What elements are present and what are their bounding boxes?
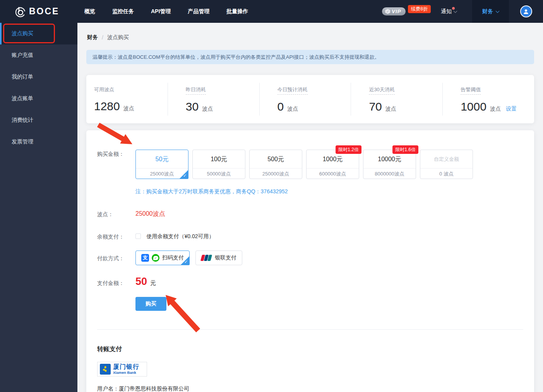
amount-options: 50元 25000波点 ✓ 100元 50000波点 500元 250000波点…: [135, 150, 473, 179]
points-value: 25000波点: [135, 210, 165, 218]
sidebar: 波点购买 账户充值 我的订单 波点账单 消费统计 发票管理: [0, 23, 77, 392]
pay-amount-value: 50: [135, 276, 147, 288]
points-label: 波点：: [97, 210, 135, 218]
stat-label: 今日预计消耗: [277, 86, 308, 95]
amount-label: 购买金额：: [97, 150, 135, 179]
limited-time-badge: 限时1.2倍: [336, 145, 361, 154]
sidebar-item-my-orders[interactable]: 我的订单: [0, 66, 77, 88]
stat-unit: 波点: [287, 106, 298, 112]
amount-row: 购买金额： 50元 25000波点 ✓ 100元 50000波点 500元 25…: [97, 150, 523, 179]
xiamen-bank-logo: 厦门银行 Xiamen Bank: [97, 362, 147, 377]
sidebar-item-label: 波点账单: [12, 95, 33, 102]
pay-amount-unit: 元: [150, 280, 156, 287]
nav-item-product-management[interactable]: 产品管理: [188, 8, 209, 15]
amount-option-100[interactable]: 100元 50000波点: [192, 150, 245, 179]
payment-option-unionpay[interactable]: 银联支付: [195, 251, 242, 265]
stat-yesterday-consumption: 昨日消耗 30 波点: [168, 83, 259, 116]
user-avatar[interactable]: [520, 5, 532, 17]
payment-option-qrcode[interactable]: 支 ✓ 扫码支付 ✓: [135, 251, 190, 265]
option-points: 600000波点: [307, 168, 359, 179]
avatar-area: [509, 5, 543, 17]
info-banner: 温馨提示：波点是BOCE.COM平台的结算单位，波点用于购买平台内的各类监控产品…: [86, 50, 534, 64]
balance-row: 余额支付： 使用余额支付（¥0.02可用）: [97, 232, 523, 240]
transfer-account-name: 用户名：厦门帝恩思科技股份有限公司: [97, 385, 523, 392]
sidebar-item-label: 消费统计: [12, 117, 33, 124]
unionpay-icon: [200, 255, 212, 261]
user-icon: [522, 8, 529, 15]
renew-discount-badge[interactable]: 续费8折: [408, 5, 431, 13]
payment-option-label: 银联支付: [215, 254, 236, 261]
main-nav: 概览 监控任务 API管理 产品管理 批量操作: [84, 8, 248, 15]
stat-unit: 波点: [385, 106, 396, 112]
breadcrumb-separator: /: [102, 34, 103, 41]
chevron-down-icon: [496, 9, 500, 13]
bank-name-cn: 厦门银行: [113, 364, 139, 370]
breadcrumb: 财务 / 波点购买: [87, 34, 534, 41]
balance-checkbox-label[interactable]: 使用余额支付（¥0.02可用）: [146, 233, 214, 239]
vip-label: VIP: [392, 9, 401, 14]
bank-logo-icon: [100, 364, 111, 375]
option-price: 100元: [193, 150, 245, 168]
brand-logo[interactable]: BOCE: [0, 6, 77, 17]
amount-option-1000[interactable]: 限时1.2倍 1000元 600000波点: [306, 150, 359, 179]
stat-value: 1280: [94, 100, 120, 113]
transfer-payment-title: 转账支付: [97, 345, 523, 353]
nav-item-api-management[interactable]: API管理: [151, 8, 171, 15]
selected-check-icon: ✓: [179, 170, 188, 179]
stat-value: 70: [369, 100, 382, 113]
balance-label: 余额支付：: [97, 232, 135, 240]
option-points: 8000000波点: [363, 168, 416, 179]
amount-option-10000[interactable]: 限时1.6倍 10000元 8000000波点: [363, 150, 416, 179]
stat-value: 30: [186, 100, 199, 113]
bank-name-en: Xiamen Bank: [113, 371, 139, 375]
buy-button[interactable]: 购买: [135, 297, 166, 311]
option-points: 0 波点: [420, 168, 473, 179]
vip-badge[interactable]: ✓ VIP 续费8折: [382, 7, 431, 15]
purchase-form-card: 购买金额： 50元 25000波点 ✓ 100元 50000波点 500元 25…: [86, 130, 534, 392]
brand-name: BOCE: [29, 6, 59, 17]
amount-option-custom[interactable]: 自定义金额 0 波点: [420, 150, 473, 179]
notifications-menu[interactable]: 通知: [441, 8, 457, 15]
stat-today-estimated-consumption: 今日预计消耗 0 波点: [259, 83, 351, 116]
sidebar-item-label: 发票管理: [12, 138, 33, 145]
option-price: 50元: [136, 150, 188, 168]
stat-30day-consumption: 近30天消耗 70 波点: [351, 83, 442, 116]
amount-option-50[interactable]: 50元 25000波点 ✓: [135, 150, 188, 179]
selected-check-icon: ✓: [180, 256, 190, 265]
option-points: 250000波点: [250, 168, 302, 179]
limited-time-badge: 限时1.6倍: [392, 145, 418, 154]
threshold-settings-link[interactable]: 设置: [506, 106, 517, 112]
breadcrumb-page: 波点购买: [107, 34, 129, 41]
stat-value: 1000: [461, 100, 486, 113]
amount-option-500[interactable]: 500元 250000波点: [249, 150, 302, 179]
finance-menu[interactable]: 财务: [472, 0, 509, 23]
sidebar-item-point-bills[interactable]: 波点账单: [0, 88, 77, 109]
custom-amount-placeholder: 自定义金额: [420, 150, 473, 168]
nav-item-overview[interactable]: 概览: [84, 8, 95, 15]
nav-item-monitor-tasks[interactable]: 监控任务: [112, 8, 134, 15]
option-points: 50000波点: [193, 168, 245, 179]
balance-checkbox[interactable]: [135, 233, 141, 239]
stats-card: 可用波点 1280 波点 昨日消耗 30 波点 今日预计消耗 0 波点 近30天…: [86, 75, 534, 123]
account-name-label: 用户名：: [97, 385, 119, 392]
sidebar-item-account-recharge[interactable]: 账户充值: [0, 44, 77, 66]
points-row: 波点： 25000波点: [97, 210, 523, 218]
finance-menu-label: 财务: [482, 8, 493, 15]
stat-label: 告警阈值: [461, 86, 481, 95]
sidebar-item-point-purchase[interactable]: 波点购买: [0, 23, 77, 44]
payment-label: 付款方式：: [97, 254, 135, 262]
stat-unit: 波点: [202, 106, 213, 112]
nav-item-batch-operations[interactable]: 批量操作: [226, 8, 248, 15]
section-divider: [97, 329, 523, 330]
stat-available-points: 可用波点 1280 波点: [86, 83, 168, 116]
main-content: 财务 / 波点购买 温馨提示：波点是BOCE.COM平台的结算单位，波点用于购买…: [77, 23, 543, 392]
sidebar-item-consumption-stats[interactable]: 消费统计: [0, 109, 77, 131]
sidebar-item-label: 我的订单: [12, 73, 33, 80]
navbar-right: ✓ VIP 续费8折 通知 财务: [382, 0, 543, 23]
breadcrumb-section[interactable]: 财务: [87, 34, 98, 41]
sidebar-item-invoice-management[interactable]: 发票管理: [0, 131, 77, 153]
top-navbar: BOCE 概览 监控任务 API管理 产品管理 批量操作 ✓ VIP 续费8折 …: [0, 0, 543, 23]
bulk-discount-note: 注：购买金额大于2万时联系商务更优惠，商务QQ：376432952: [135, 188, 523, 195]
stat-label: 昨日消耗: [186, 86, 206, 95]
sidebar-item-label: 波点购买: [12, 30, 33, 37]
